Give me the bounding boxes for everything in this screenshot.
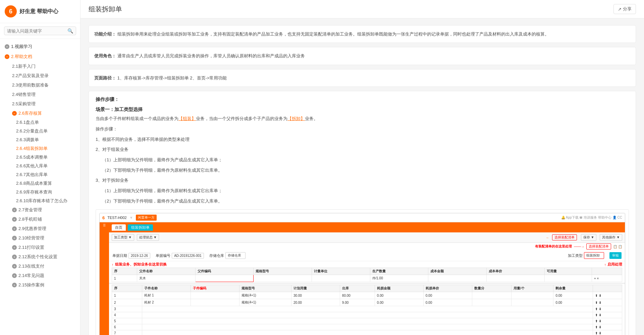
scenario1-step2-sub1: （1）上部明细为父件明细，最终作为产成品生成其它入库单； — [96, 156, 629, 164]
mock-approve-btn[interactable]: 审核 — [609, 252, 622, 259]
mock-sub-code2 — [191, 299, 239, 306]
highlight-zuzhuang: 【组装】 — [178, 116, 196, 121]
sidebar-item-cat266[interactable]: 2.6.6其他入库单 — [0, 162, 80, 170]
mock-sub-empty5 — [142, 318, 593, 324]
mock-th-cost: 成本金额 — [428, 268, 487, 275]
sidebar-item-cat213[interactable]: + 2.13在线支付 — [0, 262, 80, 271]
sidebar: 6 好生意 帮助中心 🔍 + 1.视频学习 − 2.帮助文档 2.1新手入门 2… — [0, 0, 80, 335]
mock-annotation-text3: 启用处理 — [607, 262, 622, 267]
sidebar-item-cat21[interactable]: 2.1新手入门 — [0, 62, 80, 71]
mock-lower-thead: 序 子件名称 子件编码 规格型号 计划用量 出库 耗损金额 耗损单价 — [112, 285, 622, 292]
mock-sub-unitloss2: 0.00 — [423, 299, 472, 306]
mock-sub-th-loss: 耗损金额 — [375, 285, 423, 292]
table-row: 5 ⬆ ⬇ — [112, 318, 622, 324]
mock-field-storage: 存储仓库 存储仓库 — [209, 252, 246, 259]
role-block: 使用角色： 通常由生产人员或库管人员完成拆装业务的操作，库管人员确认原材料的出库… — [89, 47, 636, 65]
mock-separator1: ▼ — [129, 216, 133, 220]
sidebar-item-cat265[interactable]: 2.6.5成本调整单 — [0, 153, 80, 162]
nav-list: + 1.视频学习 − 2.帮助文档 2.1新手入门 2.2产品安装及登录 2.3… — [0, 39, 80, 335]
sidebar-item-cat268[interactable]: 2.6.8商品成本重算 — [0, 179, 80, 188]
sidebar-item-cat269[interactable]: 2.6.9库存账本查询 — [0, 188, 80, 197]
sidebar-item-cat23[interactable]: 2.3使用前数据准备 — [0, 80, 80, 90]
expand-icon-cat210: + — [12, 236, 17, 240]
sidebar-item-cat215[interactable]: + 2.15操作案例 — [0, 280, 80, 290]
scenario1-step1: 1、根据不同的业务，选择不同单据的类型来处理 — [96, 135, 629, 144]
path-block: 页面路径： 1、库存核算->库存管理->组装拆卸单 2、首页->常用功能 — [89, 69, 636, 87]
sidebar-item-cat210[interactable]: + 2.10经营管理 — [0, 233, 80, 243]
search-box: 🔍 — [4, 26, 76, 35]
mock-new-order-btn: 闲置单一方 — [136, 215, 157, 221]
intro-block: 功能介绍： 组装拆卸单用来处理企业组装或拆卸等加工业务，支持有固定装配清单的产品… — [89, 25, 636, 43]
sidebar-cat2-label: 2.帮助文档 — [11, 54, 32, 60]
sidebar-item-cat261[interactable]: 2.6.1盘点单 — [0, 118, 80, 127]
mock-upper-tbody: 1 关木 件/1.00 — [112, 275, 622, 282]
sidebar-item-cat262[interactable]: 2.6.2分量盘点单 — [0, 127, 80, 135]
expand-icon-cat27: + — [12, 208, 17, 212]
sidebar-item-cat27[interactable]: + 2.7资金管理 — [0, 205, 80, 215]
mock-sub-plan2: 20.00 — [291, 299, 340, 306]
mock-td-code1 — [195, 275, 254, 282]
mock-sub-out1: 80.00 — [340, 292, 375, 299]
expand-icon-cat213: + — [12, 264, 17, 269]
mock-sub-th-qty-div: 数量分 — [472, 285, 512, 292]
share-button[interactable]: ↗ 分享 — [613, 4, 636, 14]
sidebar-item-cat212[interactable]: + 2.12系统个性化设置 — [0, 252, 80, 262]
sidebar-item-cat24[interactable]: 2.4销售管理 — [0, 90, 80, 99]
mock-sub-th-unit-loss: 耗损单价 — [423, 285, 472, 292]
search-icon[interactable]: 🔍 — [67, 28, 73, 34]
mock-sub-th-remain: 剩余量 — [553, 285, 593, 292]
collapse-icon-cat2: − — [5, 54, 9, 59]
sidebar-item-cat25[interactable]: 2.5采购管理 — [0, 99, 80, 109]
mock-td-ops1: + × — [592, 275, 622, 282]
mock-sub-empty4 — [142, 312, 593, 318]
sidebar-item-cat2[interactable]: − 2.帮助文档 — [0, 52, 80, 62]
mock-filter-dropdown: 加工类型 ▼ — [112, 234, 134, 241]
mock-th-seq: 序 — [112, 268, 137, 275]
sidebar-item-cat267[interactable]: 2.6.7其他出库单 — [0, 170, 80, 179]
search-area: 🔍 — [0, 23, 80, 39]
mock-storage-value: 存储仓库 — [225, 252, 246, 259]
mock-sub-code1 — [191, 292, 239, 299]
mock-annotation-area1: 有装配清单的在这里处理 ───→ 选择装配清单 📋 📋 — [109, 243, 625, 250]
role-text: 通常由生产人员或库管人员完成拆装业务的操作，库管人员确认原材料的出库和产成品的入… — [117, 53, 305, 58]
mock-sub-remain2: 0.00 — [553, 299, 593, 306]
mock-sub-ops1: ⬆ ⬇ — [593, 292, 622, 299]
sidebar-item-cat264[interactable]: 2.6.4组装拆卸单 — [0, 144, 80, 153]
mock-sub-th-out: 出库 — [340, 285, 375, 292]
mock-sub-out2: 9.00 — [340, 299, 375, 306]
share-icon: ↗ — [618, 7, 622, 12]
sidebar-item-cat214[interactable]: + 2.14常见问题 — [0, 271, 80, 280]
mock-field-processtype: 加工类型 组装拆卸 — [568, 252, 604, 259]
expand-icon-cat28: + — [12, 217, 17, 222]
mock-th-avail: 可用量 — [545, 268, 592, 275]
sidebar-item-cat29[interactable]: + 2.9优惠券管理 — [0, 224, 80, 233]
mock-sub-ops2: ⬆ ⬇ — [593, 299, 622, 306]
mock-td-unit1 — [312, 275, 370, 282]
mock-bizno-label: 单据编号 — [156, 253, 170, 258]
mock-sub-seq5: 5 — [112, 318, 142, 324]
mock-sub-th-code: 子件编码 — [191, 285, 239, 292]
mock-company: TEST-H002 — [107, 216, 126, 220]
scenario1-step3-sub2: （2）下部明细为子件明细，最终作为产成品生成其它入库单。 — [96, 197, 629, 206]
sidebar-item-cat2610[interactable]: 2.6.10库存账本错了怎么办 — [0, 197, 80, 205]
mock-sub-name1: 耗材 1 — [142, 292, 191, 299]
mock-sub-seq4: 4 — [112, 312, 142, 318]
mock-content-area: 自页 组装拆卸单 加工类型 ▼ 处理状态 ▼ ← 选择装配清单 保存 ▼ — [109, 222, 625, 335]
sidebar-item-cat1[interactable]: + 1.视频学习 — [0, 42, 80, 52]
sidebar-item-cat28[interactable]: + 2.8手机旺铺 — [0, 215, 80, 224]
logo-text: 好生意 帮助中心 — [19, 8, 58, 15]
mock-sub-ops5: ⬆ ⬇ — [593, 318, 622, 324]
sidebar-item-cat26[interactable]: − 2.6库存核算 — [0, 109, 80, 118]
sidebar-item-cat211[interactable]: + 2.11打印设置 — [0, 243, 80, 252]
expand-icon-cat215: + — [12, 283, 17, 287]
mock-sub-ops3: ⬆ ⬇ — [593, 306, 622, 312]
sidebar-item-cat263[interactable]: 2.6.3调拨单 — [0, 135, 80, 144]
mock-form-spacer — [251, 252, 562, 259]
table-row: 3 ⬆ ⬇ — [112, 306, 622, 312]
table-row: 1 耗材 1 规格(4+1) 30.00 80.00 0.00 0.00 — [112, 292, 622, 299]
mock-annotation-row2: ↑ 组装业务、拆卸业务在这里切换 ↑ 启用处理 — [109, 261, 625, 267]
search-input[interactable] — [7, 29, 67, 34]
scenario1-steps-title: 操作步骤： — [96, 125, 629, 133]
scenario1-step2-sub2: （2）下部明细为子件明细，最终作为原材料生成其它出库单。 — [96, 166, 629, 175]
sidebar-item-cat22[interactable]: 2.2产品安装及登录 — [0, 71, 80, 80]
